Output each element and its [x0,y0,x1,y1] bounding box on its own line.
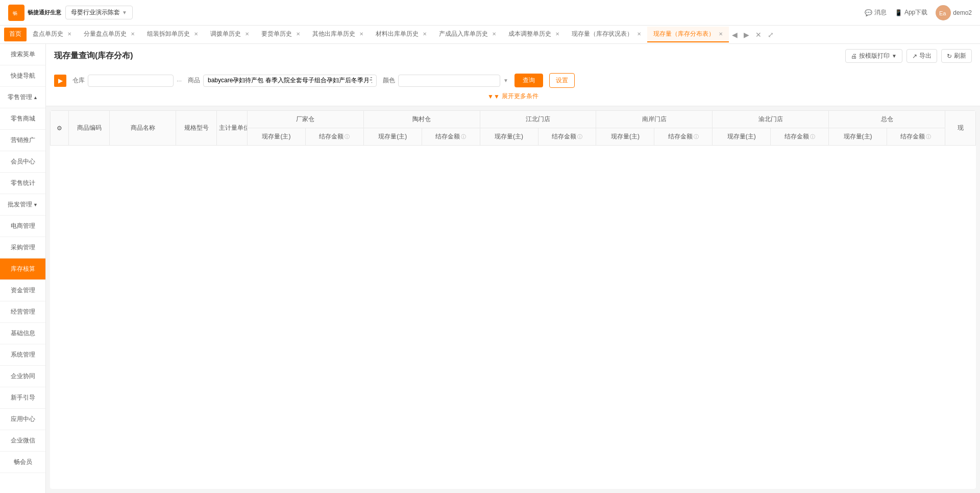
tab-label-11: 现存量（库存分布表） [653,30,715,38]
sidebar-basic-info-label: 基础信息 [11,330,35,337]
tab-close-8[interactable]: ✕ [492,31,496,37]
tab-close-6[interactable]: ✕ [359,31,363,37]
refresh-button[interactable]: ↻ 刷新 [941,49,972,63]
sidebar-search-label: 搜索英单 [11,51,35,58]
print-button[interactable]: 🖨 按模版打印 ▼ [845,49,902,63]
warehouse-label: 仓库 [72,76,85,85]
tab-close-4[interactable]: ✕ [245,31,249,37]
layout: 搜索英单 快捷导航 零售管理 ▲ 零售商城 营销推广 会员中心 零售统计 批发管… [0,44,980,493]
color-input[interactable] [398,75,500,87]
tab-expand-btn[interactable]: ⤢ [765,31,777,39]
tab-10[interactable]: 现存量（库存状况表） ✕ [566,27,647,42]
tab-close-11[interactable]: ✕ [719,31,723,37]
tab-6[interactable]: 其他出库单历史 ✕ [306,27,370,42]
export-icon: ↗ [912,53,917,60]
user-info[interactable]: Ea demo2 [936,5,972,20]
tab-7[interactable]: 材料出库单历史 ✕ [370,27,433,42]
message-button[interactable]: 💬 消息 [865,8,887,17]
top-bar-right: 💬 消息 📱 App下载 Ea demo2 [865,5,972,20]
sidebar-item-search[interactable]: 搜索英单 [0,44,45,65]
sidebar-item-purchase[interactable]: 采购管理 [0,237,45,259]
expand-more-btn[interactable]: ▼▼ 展开更多条件 [54,92,972,101]
sidebar-item-membership[interactable]: 畅会员 [0,452,45,473]
sidebar-item-operations[interactable]: 经营管理 [0,301,45,323]
sidebar-item-finance[interactable]: 资金管理 [0,280,45,301]
sidebar-item-marketing[interactable]: 营销推广 [0,130,45,151]
color-dropdown-icon[interactable]: ▼ [503,78,508,83]
tab-8[interactable]: 产成品入库单历史 ✕ [433,27,502,42]
th-nanan-group: 南岸门店 [596,111,713,128]
print-label: 按模版打印 [859,52,890,60]
tab-label-4: 调拨单历史 [210,30,241,38]
sidebar-item-members[interactable]: 会员中心 [0,151,45,173]
chevron-down-icon: ▼ [122,10,127,15]
product-filter: 商品 [188,75,377,87]
th-code: 商品编码 [69,111,110,146]
tab-close-10[interactable]: ✕ [637,31,641,37]
page-title: 现存量查询(库存分布) [54,51,133,66]
sidebar-item-enterprise[interactable]: 企业协同 [0,366,45,387]
chevron-up-icon: ▲ [33,95,38,100]
setting-button[interactable]: 设置 [549,73,575,88]
tab-close-7[interactable]: ✕ [423,31,427,37]
logo-text: 畅捷通好生意 [28,9,61,16]
tab-2[interactable]: 分量盘点单历史 ✕ [78,27,141,42]
tab-5[interactable]: 要货单历史 ✕ [255,27,306,42]
search-button[interactable]: 查询 [514,74,543,87]
sidebar-item-nav[interactable]: 快捷导航 [0,65,45,87]
th-jiangbei-amt: 结存金额ⓘ [538,128,596,146]
svg-text:畅: 畅 [13,11,17,16]
th-zongcang-amt: 结存金额ⓘ [887,128,945,146]
tab-close-5[interactable]: ✕ [296,31,300,37]
filter-row: ▶ 仓库 ··· 商品 颜色 ▼ 查询 设置 [54,73,972,88]
sidebar-item-basic-info[interactable]: 基础信息 [0,323,45,344]
tab-home[interactable]: 首页 [4,28,27,41]
th-settings[interactable]: ⚙ [51,111,69,146]
product-input[interactable] [203,75,377,87]
refresh-icon: ↻ [947,53,952,60]
sidebar: 搜索英单 快捷导航 零售管理 ▲ 零售商城 营销推广 会员中心 零售统计 批发管… [0,44,46,493]
sidebar-item-system[interactable]: 系统管理 [0,344,45,366]
sidebar-item-retail-mgmt[interactable]: 零售管理 ▲ [0,87,45,108]
tab-close-1[interactable]: ✕ [67,31,71,37]
store-selector[interactable]: 母婴行业演示陈套 ▼ [65,6,133,19]
th-jiangbei-qty: 现存量(主) [480,128,538,146]
sidebar-item-retail-mall[interactable]: 零售商城 [0,108,45,130]
th-zongcang-group: 总仓 [829,111,945,128]
tab-label-3: 组装拆卸单历史 [147,30,190,38]
tab-1[interactable]: 盘点单历史 ✕ [27,27,78,42]
sidebar-system-label: 系统管理 [11,351,35,358]
sidebar-item-inventory[interactable]: 库存核算 [0,259,45,280]
tab-3[interactable]: 组装拆卸单历史 ✕ [141,27,204,42]
sidebar-item-ecommerce[interactable]: 电商管理 [0,216,45,237]
tab-next-btn[interactable]: ▶ [741,31,752,39]
filter-toggle-btn[interactable]: ▶ [54,75,66,87]
warehouse-more-icon[interactable]: ··· [177,77,182,84]
tab-close-3[interactable]: ✕ [194,31,198,37]
app-download-button[interactable]: 📱 App下载 [895,8,927,17]
sidebar-item-apps[interactable]: 应用中心 [0,409,45,430]
logo-area: 畅 畅捷通好生意 [8,5,61,21]
tab-9[interactable]: 成本调整单历史 ✕ [502,27,566,42]
tab-close-9[interactable]: ✕ [555,31,559,37]
tab-11[interactable]: 现存量（库存分布表） ✕ [647,27,729,42]
tab-prev-btn[interactable]: ◀ [729,31,741,39]
sidebar-ecommerce-label: 电商管理 [11,222,35,229]
th-taocun-qty: 现存量(主) [363,128,422,146]
sidebar-item-wechat[interactable]: 企业微信 [0,430,45,452]
tab-4[interactable]: 调拨单历史 ✕ [204,27,255,42]
tab-label-8: 产成品入库单历史 [439,30,488,38]
user-name: demo2 [953,9,972,16]
export-button[interactable]: ↗ 导出 [906,49,937,63]
avatar: Ea [936,5,951,20]
tab-close-2[interactable]: ✕ [131,31,135,37]
sidebar-item-wholesale[interactable]: 批发管理 ▼ [0,194,45,216]
sidebar-item-guide[interactable]: 新手引导 [0,387,45,409]
message-label: 消息 [874,8,887,17]
tab-close-all-btn[interactable]: ✕ [752,31,765,39]
warehouse-input[interactable] [88,75,174,87]
sidebar-item-retail-stats[interactable]: 零售统计 [0,173,45,194]
top-bar: 畅 畅捷通好生意 母婴行业演示陈套 ▼ 💬 消息 📱 App下载 Ea demo… [0,0,980,26]
refresh-label: 刷新 [954,52,966,60]
sidebar-wechat-label: 企业微信 [11,437,35,444]
